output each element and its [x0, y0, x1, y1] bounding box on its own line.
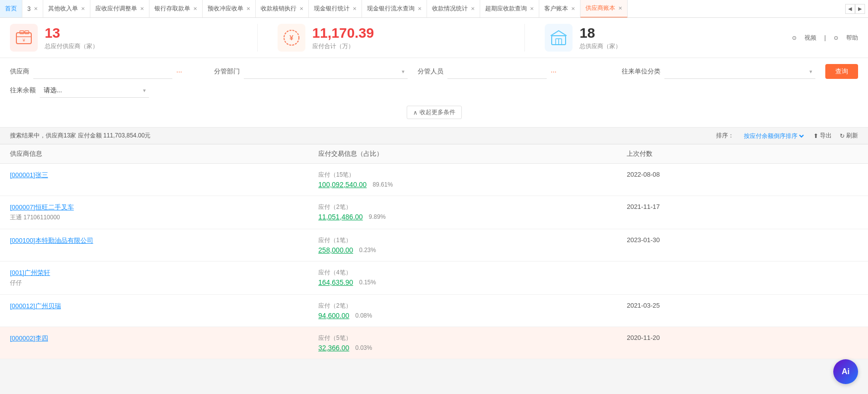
nav-label-other-income: 其他收入单 [48, 4, 78, 13]
supplier-link-1[interactable]: [000007]恒旺二手叉车 [10, 203, 318, 212]
table-row: [000100]本特勤油品有限公司 应付（1笔） 258,000.00 0.23… [0, 229, 868, 262]
transaction-info-3: 应付（4笔） 164,635.90 0.15% [318, 268, 627, 286]
supplier-info-4: [000012]广州贝瑞 [10, 302, 318, 311]
nav-label-prepay: 预收冲应收单 [208, 4, 243, 13]
category-select[interactable] [664, 64, 816, 79]
balance-select[interactable]: 请选... [40, 83, 149, 98]
close-icon-prepay[interactable]: ✕ [246, 6, 250, 11]
person-dots-icon[interactable]: ··· [551, 67, 557, 75]
ai-assistant-button[interactable]: Ai [833, 359, 858, 384]
tx-percent-0: 89.61% [372, 181, 393, 188]
tx-amount-3[interactable]: 164,635.90 [318, 278, 353, 286]
nav-label-customer-account: 客户账本 [544, 4, 568, 13]
collapse-label: 收起更多条件 [420, 108, 455, 117]
table-row: [000002]李四 应付（5笔） 32,366.00 0.03% 2020-1… [0, 327, 868, 359]
refresh-icon: ↻ [840, 132, 845, 139]
supplier-link-2[interactable]: [000100]本特勤油品有限公司 [10, 236, 318, 245]
dept-select[interactable] [244, 64, 408, 79]
filter-person: 分管人员 ··· [418, 64, 612, 79]
supplier-info-2: [000100]本特勤油品有限公司 [10, 236, 318, 245]
supplier-filter-label: 供应商 [10, 67, 29, 76]
summary-card-payable-suppliers: ¥ 13 总应付供应商（家） [10, 24, 258, 52]
nav-item-other-income[interactable]: 其他收入单 ✕ [43, 0, 90, 18]
nav-item-home[interactable]: 首页 [0, 0, 22, 18]
nav-item-receipt-stat[interactable]: 收款情况统计 ✕ [427, 0, 480, 18]
tx-label-5: 应付（5笔） [318, 334, 627, 342]
nav-bar: 首页 3 ✕ 其他收入单 ✕ 应收应付调整单 ✕ 银行存取款单 ✕ 预收冲应收单… [0, 0, 868, 18]
help-link[interactable]: 帮助 [846, 34, 858, 42]
supplier-link-4[interactable]: [000012]广州贝瑞 [10, 302, 318, 311]
tx-label-3: 应付（4笔） [318, 268, 627, 277]
video-icon: ⊙ [792, 35, 796, 41]
close-icon-tab1[interactable]: ✕ [34, 6, 38, 11]
transaction-info-0: 应付（15笔） 100,092,540.00 89.61% [318, 171, 627, 189]
nav-item-receipt-exec[interactable]: 收款核销执行 ✕ [256, 0, 309, 18]
filter-row-1: 供应商 ··· 分管部门 分管人员 ··· 往来单位分类 [10, 64, 858, 79]
tx-amount-4[interactable]: 94,600.00 [318, 312, 349, 320]
close-icon-overdue-query[interactable]: ✕ [530, 6, 534, 11]
supplier-link-5[interactable]: [000002]李四 [10, 334, 318, 343]
supplier-input[interactable] [33, 64, 172, 79]
tx-amount-5[interactable]: 32,366.00 [318, 344, 349, 352]
tx-amount-1[interactable]: 11,051,486.00 [318, 213, 363, 221]
main-table: 供应商信息 应付交易信息（占比） 上次付数 [000001]张三 应付（15笔）… [0, 144, 868, 359]
supplier-link-3[interactable]: [001]广州荣轩 [10, 268, 318, 277]
nav-item-prepay[interactable]: 预收冲应收单 ✕ [203, 0, 256, 18]
transaction-info-4: 应付（2笔） 94,600.00 0.08% [318, 302, 627, 320]
tx-percent-5: 0.03% [355, 344, 372, 351]
table-row: [000007]恒旺二手叉车 王通 17106110000 应付（2笔） 11,… [0, 196, 868, 229]
total-suppliers-label: 总供应商（家） [579, 42, 621, 51]
close-icon-bank-deposit[interactable]: ✕ [193, 6, 197, 11]
refresh-button[interactable]: ↻ 刷新 [840, 131, 858, 140]
supplier-link-0[interactable]: [000001]张三 [10, 171, 318, 180]
nav-arrow-left[interactable]: ◀ [845, 4, 855, 14]
tx-amount-0[interactable]: 100,092,540.00 [318, 181, 366, 189]
query-button[interactable]: 查询 [825, 64, 858, 79]
supplier-info-0: [000001]张三 [10, 171, 318, 180]
nav-arrow-right[interactable]: ▶ [855, 4, 865, 14]
nav-item-bank-deposit[interactable]: 银行存取款单 ✕ [149, 0, 203, 18]
nav-item-cash-bank-stat[interactable]: 现金银行统计 ✕ [309, 0, 362, 18]
close-icon-receipt-exec[interactable]: ✕ [299, 6, 303, 11]
nav-item-supplier-account[interactable]: 供应商账本 ✕ [580, 0, 628, 18]
supplier-info-5: [000002]李四 [10, 334, 318, 343]
summary-total-suppliers-content: 18 总供应商（家） [579, 25, 621, 51]
nav-item-customer-account[interactable]: 客户账本 ✕ [539, 0, 580, 18]
category-select-wrap [664, 64, 816, 79]
tx-row-2: 258,000.00 0.23% [318, 246, 627, 254]
last-pay-1: 2021-11-17 [627, 203, 858, 210]
close-icon-customer-account[interactable]: ✕ [571, 6, 575, 11]
svg-text:¥: ¥ [289, 34, 293, 42]
filter-supplier: 供应商 ··· [10, 64, 204, 79]
video-link[interactable]: 视频 [804, 34, 816, 42]
nav-label-cash-bank-stat: 现金银行统计 [314, 4, 350, 13]
nav-item-tab1[interactable]: 3 ✕ [22, 0, 43, 18]
close-icon-cash-bank-flow[interactable]: ✕ [418, 6, 422, 11]
payable-amount-icon: ¥ [278, 24, 305, 52]
last-pay-5: 2020-11-20 [627, 334, 858, 341]
tx-amount-2[interactable]: 258,000.00 [318, 246, 353, 254]
nav-label-ap-adjust: 应收应付调整单 [95, 4, 137, 13]
sort-select[interactable]: 按应付余额倒序排序 [742, 132, 805, 140]
nav-item-cash-bank-flow[interactable]: 现金银行流水查询 ✕ [362, 0, 427, 18]
tx-row-4: 94,600.00 0.08% [318, 312, 627, 320]
supplier-dots-icon[interactable]: ··· [176, 67, 182, 75]
nav-item-ap-adjust[interactable]: 应收应付调整单 ✕ [90, 0, 149, 18]
collapse-button[interactable]: ∧ 收起更多条件 [407, 106, 462, 119]
nav-item-overdue-query[interactable]: 超期应收款查询 ✕ [480, 0, 539, 18]
collapse-section: ∧ 收起更多条件 [10, 102, 858, 123]
close-icon-other-income[interactable]: ✕ [81, 6, 85, 11]
close-icon-supplier-account[interactable]: ✕ [618, 6, 622, 11]
filter-dept: 分管部门 [214, 64, 408, 79]
payable-suppliers-number: 13 [45, 25, 98, 42]
person-input[interactable] [447, 64, 547, 79]
table-row: [000012]广州贝瑞 应付（2笔） 94,600.00 0.08% 2021… [0, 295, 868, 327]
nav-label-bank-deposit: 银行存取款单 [154, 4, 190, 13]
close-icon-receipt-stat[interactable]: ✕ [471, 6, 475, 11]
tx-percent-3: 0.15% [359, 279, 376, 286]
export-button[interactable]: ⬆ 导出 [813, 131, 832, 140]
close-icon-ap-adjust[interactable]: ✕ [140, 6, 144, 11]
table-row: [001]广州荣轩 仔仔 应付（4笔） 164,635.90 0.15% [0, 262, 868, 295]
svg-text:¥: ¥ [22, 38, 25, 43]
close-icon-cash-bank-stat[interactable]: ✕ [353, 6, 357, 11]
